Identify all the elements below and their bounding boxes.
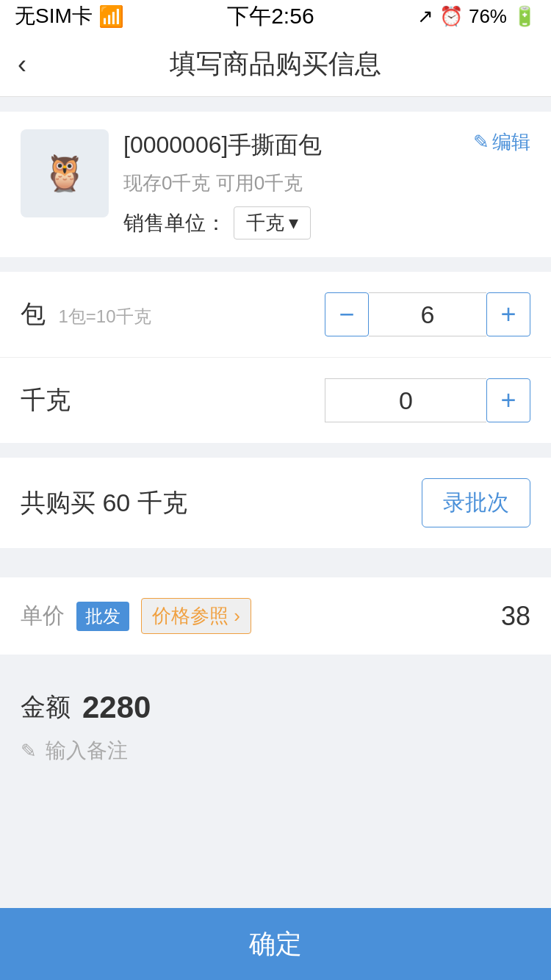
separator-3 [0,655,551,669]
price-label: 单价 [21,601,65,631]
note-row[interactable]: ✎ 输入备注 [21,737,530,765]
unit-value: 千克 [246,210,284,236]
note-placeholder: 输入备注 [46,737,128,765]
back-button[interactable]: ‹ [18,49,26,80]
kg-row: 千克 + [0,358,551,443]
unit-select[interactable]: 千克 ▾ [234,206,311,239]
product-image: 🦉 [21,129,109,217]
kg-plus-button[interactable]: + [486,378,530,422]
separator-2 [0,548,551,563]
amount-label: 金额 [21,691,71,724]
pencil-icon: ✎ [21,740,37,763]
page-title: 填写商品购买信息 [170,46,381,82]
status-left: 无SIM卡 📶 [15,2,124,30]
product-logo-icon: 🦉 [43,153,87,194]
amount-row: 金额 2280 [21,690,530,725]
package-quantity-input[interactable] [369,292,486,336]
unit-label: 销售单位： [123,209,226,237]
nav-bar: ‹ 填写商品购买信息 [0,32,551,97]
edit-button[interactable]: ✎ 编辑 [473,129,530,155]
product-info: [0000006]手撕面包 现存0千克 可用0千克 销售单位： 千克 ▾ [123,129,530,239]
product-name: [0000006]手撕面包 [123,129,530,162]
price-reference-button[interactable]: 价格参照 › [141,598,251,634]
package-plus-button[interactable]: + [486,292,530,336]
wifi-icon: 📶 [98,4,124,29]
price-tag-badge: 批发 [76,602,129,631]
edit-label: 编辑 [492,129,530,155]
kg-quantity-input[interactable] [325,378,486,422]
status-bar: 无SIM卡 📶 下午2:56 ↗ ⏰ 76% 🔋 [0,0,551,32]
battery-icon: 🔋 [513,5,536,28]
package-label: 包 1包=10千克 [21,298,325,331]
package-minus-button[interactable]: − [325,292,369,336]
price-value: 38 [501,601,530,632]
status-right: ↗ ⏰ 76% 🔋 [417,5,536,28]
package-hint: 1包=10千克 [58,306,151,326]
total-row: 共购买 60 千克 录批次 [0,458,551,548]
status-time: 下午2:56 [227,1,314,32]
batch-button[interactable]: 录批次 [422,478,530,527]
total-label: 共购买 60 千克 [21,486,187,520]
amount-value: 2280 [82,690,151,725]
carrier-label: 无SIM卡 [15,2,93,30]
amount-section: 金额 2280 ✎ 输入备注 [0,669,551,785]
separator-1 [0,257,551,272]
input-section: 包 1包=10千克 − + 千克 + [0,272,551,443]
package-row: 包 1包=10千克 − + [0,272,551,358]
price-section: 单价 批发 价格参照 › 38 [0,577,551,655]
edit-icon: ✎ [473,131,489,154]
product-unit-row: 销售单位： 千克 ▾ [123,206,530,239]
kg-quantity-control: + [325,378,530,422]
product-stock: 现存0千克 可用0千克 [123,170,530,196]
location-icon: ↗ [417,5,433,28]
confirm-button[interactable]: 确定 [0,908,551,980]
dropdown-icon: ▾ [289,212,298,234]
package-quantity-control: − + [325,292,530,336]
kg-label: 千克 [21,383,325,417]
alarm-icon: ⏰ [439,5,463,28]
product-card: 🦉 [0000006]手撕面包 现存0千克 可用0千克 销售单位： 千克 ▾ ✎… [0,112,551,257]
battery-percent: 76% [469,5,507,28]
